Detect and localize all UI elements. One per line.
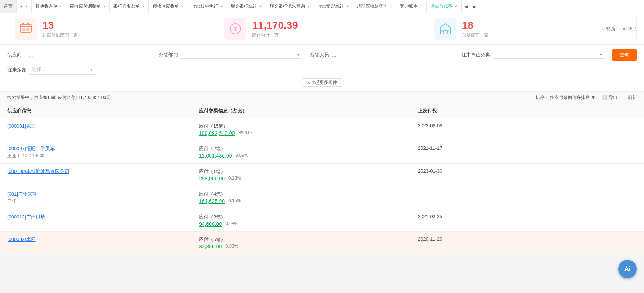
search-button[interactable]: 查询 — [612, 49, 637, 61]
balance-select[interactable]: 选择... ▼ — [29, 65, 96, 75]
nav-tab-overdue[interactable]: 超期应收款查询 ✕ — [353, 0, 396, 13]
nav-tab-bank-deposit[interactable]: 银行存取款单 ✕ — [110, 0, 149, 13]
payable-amount[interactable]: 100,092,540.00 — [199, 130, 235, 136]
nav-arrow-right[interactable]: ▶ — [470, 0, 479, 13]
help-link[interactable]: ⊙ 帮助 — [623, 26, 637, 31]
export-button[interactable]: ⬜ 导出 — [601, 94, 617, 101]
payable-amount[interactable]: 94,600.00 — [199, 221, 222, 227]
filter-row-2: 往来余额 选择... ▼ — [7, 65, 637, 75]
payable-info-cell: 应付（4笔） 164,635.90 0.15% — [199, 191, 418, 204]
table-header: 供应商信息 应付交易信息（占比） 上次付数 — [0, 104, 644, 118]
payable-amount[interactable]: 11,051,486.00 — [199, 153, 232, 159]
supplier-icon — [15, 18, 37, 40]
nav-tab-adjustment[interactable]: 应收应付调整单 ✕ — [66, 0, 110, 13]
svg-rect-0 — [20, 24, 31, 32]
dept-select[interactable]: ▼ — [181, 51, 303, 59]
filter-dept: 分管部门 ▼ — [159, 51, 303, 59]
close-icon[interactable]: ✕ — [181, 4, 184, 8]
close-icon[interactable]: ✕ — [420, 4, 423, 8]
nav-tab-supplier-book[interactable]: 供应商账本 ✕ — [427, 0, 461, 13]
svg-text:¥: ¥ — [234, 26, 237, 32]
svg-rect-11 — [447, 30, 449, 32]
supplier-sub: 仔仔 — [7, 198, 199, 204]
supplier-link[interactable]: [000002]李四 — [7, 236, 199, 243]
results-bar: 搜索结果中，供应商13家 应付金额111,703,854.00元 排序： 按应付… — [0, 92, 644, 104]
top-navigation: 首页 3 ✕ 其他收入单 ✕ 应收应付调整单 ✕ 银行存取款单 ✕ 预收冲应收单… — [0, 0, 644, 13]
svg-point-4 — [22, 28, 25, 31]
refresh-button[interactable]: ○ 刷新 — [623, 94, 637, 101]
supplier-info-cell: [000012]广州贝瑞 — [7, 214, 199, 220]
table-row: [000007]恒旺二手叉车 王通 17106110000 应付（2笔） 11,… — [0, 141, 644, 164]
payable-amount[interactable]: 32,366.00 — [199, 244, 222, 249]
supplier-ellipsis[interactable]: ... — [29, 52, 33, 58]
supplier-link[interactable]: [000100]本特勤油品有限公司 — [7, 168, 199, 175]
close-icon[interactable]: ✕ — [142, 4, 145, 8]
card-info-total-suppliers: 18 总供应商（家） — [462, 19, 493, 39]
supplier-input[interactable] — [35, 51, 108, 59]
close-icon[interactable]: ✕ — [59, 4, 62, 8]
nav-tab-prepay[interactable]: 预收冲应收单 ✕ — [149, 0, 188, 13]
category-select[interactable]: ▼ — [493, 51, 605, 59]
supplier-link[interactable]: [000012]广州贝瑞 — [7, 214, 199, 220]
payable-total-label: 应付合计（万） — [252, 32, 298, 38]
svg-rect-9 — [444, 30, 447, 34]
table-row: [000002]李四 应付（5笔） 32,366.00 0.03% 2020-1… — [0, 232, 644, 254]
chevron-down-icon: ▼ — [90, 68, 94, 72]
payable-pct: 9.89% — [236, 153, 248, 158]
card-info-payable: 11,170.39 应付合计（万） — [252, 19, 298, 39]
payable-amount[interactable]: 164,635.90 — [199, 198, 225, 204]
nav-tab-3[interactable]: 3 ✕ — [17, 0, 32, 13]
last-pay-cell: 2022-08-08 — [418, 123, 637, 128]
close-icon[interactable]: ✕ — [346, 4, 349, 8]
svg-rect-3 — [27, 23, 29, 25]
nav-tab-customer-book[interactable]: 客户账本 ✕ — [396, 0, 427, 13]
table-container: 供应商信息 应付交易信息（占比） 上次付数 [000001]张三 应付（15笔）… — [0, 104, 644, 254]
person-ellipsis[interactable]: ... — [332, 52, 336, 58]
nav-tab-home[interactable]: 首页 — [0, 0, 17, 13]
collapse-button[interactable]: ∧ 收起更多条件 — [300, 78, 344, 87]
close-icon[interactable]: ✕ — [103, 4, 106, 8]
close-icon[interactable]: ✕ — [307, 4, 310, 8]
payable-pct: 89.61% — [238, 130, 253, 135]
supplier-info-cell: [001]广州荣轩 仔仔 — [7, 191, 199, 204]
supplier-count-label: 总应付供应商（家） — [42, 32, 82, 38]
payable-info-cell: 应付（15笔） 100,092,540.00 89.61% — [199, 123, 418, 136]
nav-tab-collection[interactable]: 收款核销执行 ✕ — [188, 0, 227, 13]
refresh-icon: ○ — [623, 95, 626, 100]
supplier-sub: 王通 17106110000 — [7, 153, 199, 159]
nav-tab-cash-stats[interactable]: 现金银行统计 ✕ — [227, 0, 266, 13]
close-icon[interactable]: ✕ — [25, 4, 28, 8]
total-supplier-count-label: 总供应商（家） — [462, 32, 493, 38]
payable-info-cell: 应付（2笔） 11,051,486.00 9.89% — [199, 145, 418, 159]
supplier-link[interactable]: [001]广州荣轩 — [7, 191, 199, 197]
results-text: 搜索结果中，供应商13家 应付金额111,703,854.00元 — [7, 94, 111, 101]
nav-tab-collection-stats[interactable]: 收款情况统计 ✕ — [314, 0, 353, 13]
nav-arrow-left[interactable]: ◀ — [461, 0, 470, 13]
sort-value[interactable]: 按应付余额倒序排序 — [550, 95, 590, 100]
filter-category: 往来单位分类 ▼ — [461, 51, 605, 59]
close-icon[interactable]: ✕ — [259, 4, 262, 8]
balance-label: 往来余额 — [7, 66, 27, 73]
payable-total: 11,170.39 — [252, 19, 298, 32]
payable-info-cell: 应付（1笔） 258,000.00 0.23% — [199, 168, 418, 182]
sort-label: 排序： 按应付余额倒序排序 ▼ — [536, 94, 596, 101]
close-icon[interactable]: ✕ — [220, 4, 223, 8]
chevron-down-icon: ▼ — [599, 53, 603, 57]
table-row: [000012]广州贝瑞 应付（2笔） 94,600.00 0.08% 2021… — [0, 209, 644, 232]
supplier-info-cell: [000002]李四 — [7, 236, 199, 243]
supplier-info-cell: [000100]本特勤油品有限公司 — [7, 168, 199, 175]
close-icon[interactable]: ✕ — [389, 4, 392, 8]
card-info-suppliers: 13 总应付供应商（家） — [42, 19, 82, 39]
close-icon[interactable]: ✕ — [454, 4, 457, 8]
payable-pct: 0.23% — [228, 176, 241, 181]
video-link[interactable]: ⊙ 视频 — [601, 26, 615, 31]
nav-tab-cash-flow[interactable]: 现金银行流水查询 ✕ — [266, 0, 314, 13]
last-pay-cell: 2021-03-25 — [418, 214, 637, 219]
payable-amount[interactable]: 258,000.00 — [199, 176, 225, 182]
supplier-link[interactable]: [000001]张三 — [7, 123, 199, 130]
person-input[interactable] — [338, 51, 412, 59]
supplier-link[interactable]: [000007]恒旺二手叉车 — [7, 145, 199, 152]
table-row: [001]广州荣轩 仔仔 应付（4笔） 164,635.90 0.15% — [0, 186, 644, 209]
supplier-label: 供应商 — [7, 52, 26, 58]
nav-tab-other-income[interactable]: 其他收入单 ✕ — [32, 0, 66, 13]
